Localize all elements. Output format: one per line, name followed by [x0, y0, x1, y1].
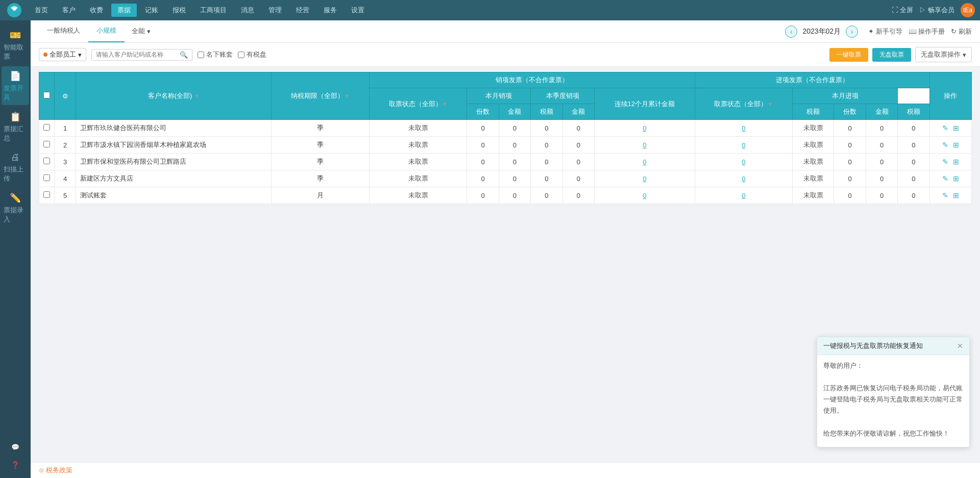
tax-disk-checkbox[interactable] — [238, 52, 244, 58]
bottom-bar: ⊙ 税务政策 — [31, 462, 980, 478]
view-icon-0[interactable]: ⊞ — [953, 124, 959, 132]
checkbox-tax-disk[interactable]: 有税盘 — [238, 50, 266, 59]
tab-general-taxpayer[interactable]: 一般纳税人 — [39, 20, 88, 42]
member-btn[interactable]: ▷ 畅享会员 — [919, 6, 954, 15]
row-checkbox-3[interactable] — [43, 174, 50, 181]
edit-icon-2[interactable]: ✎ — [942, 158, 948, 166]
select-all-checkbox[interactable] — [43, 92, 50, 98]
row-checkbox-4[interactable] — [43, 191, 50, 198]
tab-full[interactable]: 全能 ▾ — [125, 20, 158, 42]
sidebar-chat-btn[interactable]: 💬 — [2, 439, 29, 455]
sidebar-item-summary[interactable]: 📋 票据汇总 — [2, 107, 29, 146]
sale-12month-link[interactable]: 0 — [742, 141, 745, 149]
employee-select[interactable]: 全部员工 ▾ — [39, 48, 86, 61]
notification-title: 一键报税与无盘取票功能恢复通知 — [823, 341, 923, 350]
sidebar-item-label: 票据汇总 — [4, 124, 27, 143]
nav-invoice[interactable]: 票据 — [111, 4, 137, 17]
row-sale-season-tax-cell: 0 — [594, 187, 695, 204]
view-icon-2[interactable]: ⊞ — [953, 158, 959, 166]
sale-12month-link[interactable]: 0 — [742, 158, 745, 166]
tax-period-filter-icon[interactable]: ▼ — [344, 93, 350, 99]
th-sale-12month: 连续12个月累计金额 — [594, 88, 695, 120]
new-guide-btn[interactable]: ✦ 新手引导 — [868, 27, 902, 36]
notification-greeting: 尊敬的用户： — [823, 360, 963, 371]
sidebar-item-label: 发票开具 — [4, 84, 27, 102]
sidebar-item-entry[interactable]: ✏️ 票据录入 — [2, 188, 29, 227]
fullscreen-btn[interactable]: ⛶ 全屏 — [892, 6, 914, 15]
row-sale-12month-cell: 0 — [695, 120, 792, 137]
view-icon-3[interactable]: ⊞ — [953, 174, 959, 183]
row-checkbox-1[interactable] — [43, 141, 50, 147]
nav-manage[interactable]: 管理 — [262, 4, 288, 17]
nav-operation[interactable]: 经营 — [290, 4, 315, 17]
row-checkbox-0[interactable] — [43, 124, 50, 131]
tab-small-scale[interactable]: 小规模 — [88, 20, 125, 42]
sale-12month-link[interactable]: 0 — [742, 124, 745, 132]
nav-tax[interactable]: 报税 — [166, 4, 192, 17]
edit-icon-0[interactable]: ✎ — [942, 124, 948, 132]
my-accounts-checkbox[interactable] — [198, 52, 204, 58]
th-sale-status: 取票状态（全部）▼ — [369, 88, 467, 120]
search-icon[interactable]: 🔍 — [180, 51, 188, 59]
sale-season-tax-link[interactable]: 0 — [643, 158, 646, 166]
nav-customer[interactable]: 客户 — [56, 4, 82, 17]
nav-settings[interactable]: 设置 — [345, 4, 371, 17]
nav-service[interactable]: 服务 — [317, 4, 343, 17]
nav-fee[interactable]: 收费 — [84, 4, 109, 17]
sidebar-help-btn[interactable]: ❓ — [2, 457, 29, 473]
checkbox-my-accounts[interactable]: 名下账套 — [198, 50, 233, 59]
toolbar-right: 一键取票 无盘取票 无盘取票操作 ▾ — [829, 47, 972, 62]
th-tax-period: 纳税期限（全部）▼ — [272, 72, 369, 120]
tax-policy-link[interactable]: ⊙ 税务政策 — [39, 466, 72, 475]
row-income-month-amount-cell: 0 — [866, 170, 897, 187]
sale-season-tax-link[interactable]: 0 — [643, 141, 646, 149]
th-customer-name: 客户名称(全部) ▼ — [76, 72, 272, 120]
income-status-filter-icon[interactable]: ▼ — [767, 101, 773, 107]
row-index-cell: 1 — [55, 120, 76, 137]
sidebar-item-invoice-open[interactable]: 📄 发票开具 — [2, 66, 29, 105]
sale-12month-link[interactable]: 0 — [742, 175, 745, 183]
row-income-month-amount-cell: 0 — [866, 154, 897, 170]
row-sale-month-count-cell: 0 — [467, 187, 499, 204]
row-sale-status-cell: 未取票 — [369, 154, 467, 170]
view-icon-1[interactable]: ⊞ — [953, 141, 959, 149]
edit-icon-1[interactable]: ✎ — [942, 141, 948, 149]
edit-icon-4[interactable]: ✎ — [942, 191, 948, 199]
sidebar-item-smart-ticket[interactable]: 🎫 智能取票 — [2, 26, 29, 64]
avatar[interactable]: tEa — [961, 3, 975, 17]
table-row: 5 测试账套 月 未取票 0 0 0 0 0 0 未取票 0 0 0 ✎ ⊞ — [39, 187, 972, 204]
one-click-ticket-btn[interactable]: 一键取票 — [829, 48, 868, 62]
nav-business[interactable]: 工商项目 — [194, 4, 233, 17]
table-row: 4 新建区方方文具店 季 未取票 0 0 0 0 0 0 未取票 0 0 0 ✎… — [39, 170, 972, 187]
notification-close-btn[interactable]: ✕ — [957, 342, 963, 350]
edit-icon-3[interactable]: ✎ — [942, 174, 948, 183]
sale-season-tax-link[interactable]: 0 — [643, 175, 646, 183]
row-income-month-tax-cell: 0 — [898, 154, 929, 170]
customer-filter-icon[interactable]: ▼ — [194, 93, 200, 99]
manual-btn[interactable]: 📖 操作手册 — [909, 27, 945, 36]
table-body: 1 卫辉市玖玖健合医药有限公司 季 未取票 0 0 0 0 0 0 未取票 0 … — [39, 120, 972, 204]
sale-season-tax-link[interactable]: 0 — [643, 192, 646, 199]
sale-season-tax-link[interactable]: 0 — [643, 124, 646, 132]
row-income-month-count-cell: 0 — [834, 170, 866, 187]
view-icon-4[interactable]: ⊞ — [953, 191, 959, 199]
period-next-btn[interactable]: › — [846, 26, 858, 38]
period-prev-btn[interactable]: ‹ — [785, 26, 797, 38]
smart-ticket-icon: 🎫 — [10, 30, 21, 41]
row-sale-12month-cell: 0 — [695, 170, 792, 187]
sale-status-filter-icon[interactable]: ▼ — [442, 101, 448, 107]
tab-full-label: 全能 — [132, 27, 145, 36]
row-checkbox-2[interactable] — [43, 158, 50, 164]
search-input[interactable] — [96, 51, 178, 58]
diskless-ticket-btn[interactable]: 无盘取票 — [872, 48, 911, 62]
diskless-operation-btn[interactable]: 无盘取票操作 ▾ — [915, 47, 972, 62]
nav-message[interactable]: 消息 — [235, 4, 260, 17]
row-action-cell: ✎ ⊞ — [929, 120, 971, 137]
nav-bookkeeping[interactable]: 记账 — [139, 4, 164, 17]
row-sale-status-cell: 未取票 — [369, 187, 467, 204]
sidebar-item-scan[interactable]: 🖨 扫描上传 — [2, 148, 29, 186]
row-income-status-cell: 未取票 — [793, 154, 834, 170]
refresh-btn[interactable]: ↻ 刷新 — [951, 27, 972, 36]
nav-home[interactable]: 首页 — [29, 4, 54, 17]
sale-12month-link[interactable]: 0 — [742, 192, 745, 199]
